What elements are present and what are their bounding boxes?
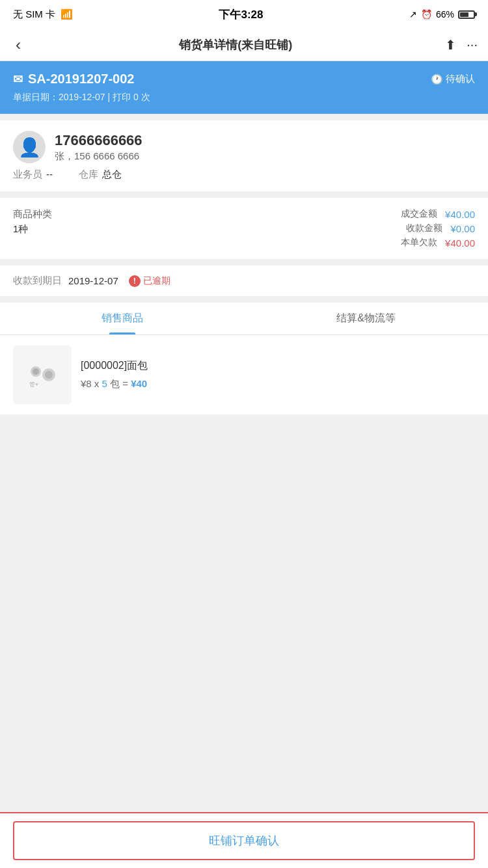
multiply-sign: x	[94, 378, 102, 389]
tab-settlement[interactable]: 结算&物流等	[244, 303, 488, 334]
overdue-label: 已逾期	[143, 275, 170, 287]
summary-card: 商品种类 1种 成交金额 ¥40.00 收款金额 ¥0.00 本单欠款 ¥40.…	[0, 198, 488, 259]
product-price: ¥8	[81, 378, 92, 389]
order-date: 单据日期：2019-12-07 | 打印 0 次	[13, 92, 475, 103]
product-calc: ¥8 x 5 包 = ¥40	[81, 378, 475, 390]
salesperson-label: 业务员	[13, 169, 42, 181]
nav-actions: ⬆ ···	[445, 37, 478, 53]
product-qty: 5	[102, 378, 107, 389]
more-button[interactable]: ···	[467, 37, 478, 52]
equals-sign: =	[122, 378, 131, 389]
warehouse-value: 总仓	[102, 169, 122, 181]
back-button[interactable]: ‹	[10, 31, 26, 59]
transaction-amount-row: 成交金额 ¥40.00	[401, 208, 475, 220]
product-total: ¥40	[131, 378, 147, 389]
alarm-icon: ⏰	[421, 9, 432, 20]
status-icon: 🕐	[431, 74, 443, 85]
received-amount-row: 收款金额 ¥0.00	[406, 223, 475, 234]
customer-meta: 业务员 -- 仓库 总仓	[13, 169, 475, 181]
avatar: 👤	[13, 131, 46, 163]
order-header: ✉ SA-20191207-002 🕐 待确认 单据日期：2019-12-07 …	[0, 61, 488, 114]
order-status: 🕐 待确认	[431, 73, 475, 85]
wifi-icon: 📶	[61, 8, 73, 20]
svg-point-3	[45, 371, 53, 379]
salesperson-value: --	[46, 169, 53, 181]
due-date-label: 收款到期日	[13, 275, 62, 287]
received-amount-label: 收款金额	[406, 223, 442, 234]
transaction-amount-label: 成交金额	[401, 208, 437, 220]
due-date-value: 2019-12-07	[68, 275, 118, 286]
tab-bar: 销售商品 结算&物流等	[0, 303, 488, 335]
battery-indicator	[458, 10, 475, 19]
product-types-value: 1种	[13, 223, 52, 236]
product-types-label: 商品种类	[13, 208, 52, 221]
status-bar-left: 无 SIM 卡 📶	[13, 8, 73, 21]
product-info: [0000002]面包 ¥8 x 5 包 = ¥40	[81, 359, 475, 390]
outstanding-amount-label: 本单欠款	[401, 237, 437, 249]
overdue-badge: ! 已逾期	[129, 275, 170, 287]
nav-bar: ‹ 销货单详情(来自旺铺) ⬆ ···	[0, 29, 488, 61]
product-unit: 包	[110, 378, 120, 389]
outstanding-amount-value: ¥40.00	[445, 237, 475, 249]
confirm-order-button[interactable]: 旺铺订单确认	[13, 821, 475, 860]
overdue-icon: !	[129, 275, 141, 287]
order-id: ✉ SA-20191207-002	[13, 72, 134, 87]
product-placeholder-icon: 管+	[26, 362, 59, 388]
bottom-bar: 旺铺订单确认	[0, 812, 488, 868]
location-icon: ↗	[409, 9, 417, 20]
warehouse-field: 仓库 总仓	[79, 169, 122, 181]
customer-name: 张，156 6666 6666	[55, 150, 142, 163]
status-bar-right: ↗ ⏰ 66%	[409, 9, 475, 20]
product-section: 管+ [0000002]面包 ¥8 x 5 包 = ¥40	[0, 335, 488, 415]
amount-summary: 成交金额 ¥40.00 收款金额 ¥0.00 本单欠款 ¥40.00	[401, 208, 475, 249]
tab-products[interactable]: 销售商品	[0, 303, 244, 334]
avatar-icon: 👤	[18, 137, 41, 158]
carrier-label: 无 SIM 卡	[13, 8, 55, 21]
svg-text:管+: 管+	[29, 381, 38, 388]
svg-point-1	[33, 368, 39, 375]
battery-label: 66%	[436, 9, 454, 20]
salesperson-field: 业务员 --	[13, 169, 53, 181]
product-image: 管+	[13, 346, 72, 404]
empty-area	[0, 415, 488, 571]
share-button[interactable]: ⬆	[445, 37, 456, 53]
product-name: [0000002]面包	[81, 359, 475, 373]
customer-phone: 17666666666	[55, 132, 142, 149]
status-bar-time: 下午3:28	[219, 7, 263, 22]
received-amount-value: ¥0.00	[450, 223, 475, 234]
due-date-card: 收款到期日 2019-12-07 ! 已逾期	[0, 265, 488, 296]
order-icon: ✉	[13, 72, 23, 87]
outstanding-amount-row: 本单欠款 ¥40.00	[401, 237, 475, 249]
customer-card: 👤 17666666666 张，156 6666 6666 业务员 -- 仓库 …	[0, 120, 488, 191]
product-item: 管+ [0000002]面包 ¥8 x 5 包 = ¥40	[0, 335, 488, 415]
warehouse-label: 仓库	[79, 169, 98, 181]
transaction-amount-value: ¥40.00	[445, 209, 475, 220]
status-bar: 无 SIM 卡 📶 下午3:28 ↗ ⏰ 66%	[0, 0, 488, 29]
page-title: 销货单详情(来自旺铺)	[179, 37, 292, 53]
product-types: 商品种类 1种	[13, 208, 52, 236]
